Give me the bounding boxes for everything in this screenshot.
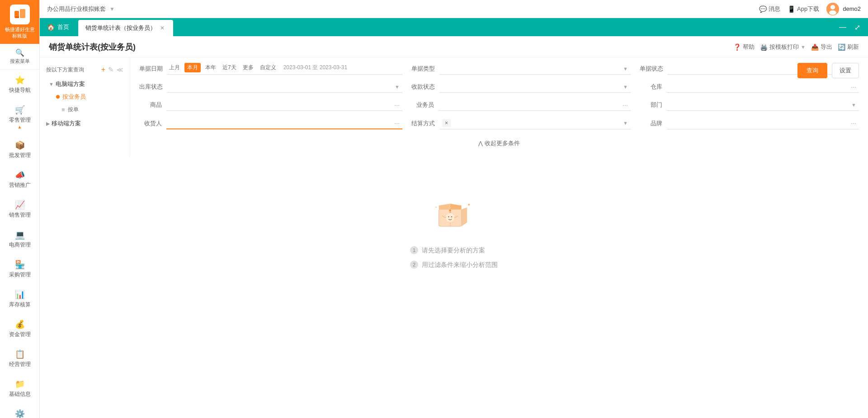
filter-field-salesperson: 业务员 ··· bbox=[411, 99, 631, 111]
filter-field-product: 商品 ··· bbox=[139, 99, 402, 111]
tag-close-icon[interactable]: × bbox=[445, 120, 448, 126]
filter-row-4: 收货人 ··· 结算方式 × bbox=[139, 117, 859, 129]
system-icon: ⚙️ bbox=[2, 409, 38, 418]
svg-text:✦: ✦ bbox=[434, 205, 438, 209]
date-shortcut-custom[interactable]: 自定义 bbox=[258, 63, 278, 72]
svg-rect-1 bbox=[20, 9, 25, 18]
app-download-label: App下载 bbox=[797, 5, 819, 13]
scheme-sub-item-order[interactable]: ≡ 按单 bbox=[40, 104, 130, 116]
scheme-item-salesperson[interactable]: 按业务员 bbox=[40, 90, 130, 104]
svg-rect-2 bbox=[15, 16, 19, 18]
sidebar-item-retail[interactable]: 🛒 零售管理 ▲ bbox=[0, 100, 39, 135]
sidebar-item-system[interactable]: ⚙️ 系统管理 bbox=[0, 404, 39, 418]
receiver-label: 收货人 bbox=[139, 119, 166, 128]
settlement-select[interactable]: × ▼ bbox=[439, 117, 631, 129]
app-download-icon: 📱 bbox=[788, 5, 795, 13]
sidebar-item-operation[interactable]: 📋 经营管理 bbox=[0, 344, 39, 374]
app-download-btn[interactable]: 📱 App下载 bbox=[788, 5, 819, 13]
pc-scheme-group-label: 电脑端方案 bbox=[56, 80, 85, 88]
date-shortcut-this-year[interactable]: 本年 bbox=[203, 63, 218, 72]
tab-maximize-icon[interactable]: ⤢ bbox=[852, 22, 863, 33]
tip-text-2: 用过滤条件来缩小分析范围 bbox=[422, 258, 498, 271]
sidebar-item-sales[interactable]: 📈 销售管理 bbox=[0, 195, 39, 224]
date-shortcut-7days[interactable]: 近7天 bbox=[221, 63, 238, 72]
help-btn[interactable]: ❓ 帮助 bbox=[733, 43, 755, 51]
product-select[interactable]: ··· bbox=[166, 99, 402, 111]
print-btn[interactable]: 🖨️ 按模板打印 ▼ bbox=[760, 43, 806, 51]
username-label: demo2 bbox=[843, 5, 861, 12]
salesperson-dots-icon[interactable]: ··· bbox=[623, 101, 628, 109]
brand-dots-icon[interactable]: ··· bbox=[851, 119, 856, 127]
sidebar-item-inventory[interactable]: 📊 库存核算 bbox=[0, 284, 39, 314]
sub-item-label: 按单 bbox=[68, 106, 79, 114]
sidebar-search[interactable]: 🔍 搜索菜单 bbox=[0, 44, 39, 70]
empty-state: ✦ ✦ 1 请先选择要分析的方案 2 用过滤条件来缩小分析范围 bbox=[40, 157, 868, 309]
mobile-scheme-group-title[interactable]: ▶ 移动端方案 bbox=[40, 118, 130, 129]
doc-status-label: 单据状态 bbox=[640, 65, 668, 73]
finance-label: 资金管理 bbox=[9, 331, 31, 337]
refresh-btn[interactable]: 🔄 刷新 bbox=[838, 43, 859, 51]
salesperson-select[interactable]: ··· bbox=[439, 99, 631, 111]
setting-btn[interactable]: 设置 bbox=[832, 63, 859, 78]
refresh-icon: 🔄 bbox=[838, 43, 845, 51]
delivery-select[interactable]: ▼ bbox=[167, 81, 402, 93]
inventory-label: 库存核算 bbox=[9, 301, 31, 308]
sidebar-item-purchase[interactable]: 🏪 采购管理 bbox=[0, 254, 39, 284]
tab-minimize-icon[interactable]: — bbox=[837, 22, 848, 33]
tip-item-1: 1 请先选择要分析的方案 bbox=[410, 244, 498, 256]
date-input-group[interactable]: 上月 本月 本年 近7天 更多 自定义 2023-03-01 至 2023-03… bbox=[167, 63, 402, 75]
sidebar-item-quick-nav[interactable]: ⭐ 快捷导航 bbox=[0, 70, 39, 100]
settlement-chevron-icon: ▼ bbox=[623, 120, 628, 126]
receiver-input[interactable]: ··· bbox=[166, 118, 402, 129]
sidebar-item-marketing[interactable]: 📣 营销推广 bbox=[0, 165, 39, 195]
svg-point-5 bbox=[829, 10, 836, 15]
sidebar-item-ecom[interactable]: 💻 电商管理 bbox=[0, 224, 39, 254]
tip-text-1: 请先选择要分析的方案 bbox=[422, 244, 485, 256]
date-shortcut-last-month[interactable]: 上月 bbox=[167, 63, 182, 72]
collection-select[interactable]: ▼ bbox=[439, 81, 631, 93]
tab-close-icon[interactable]: ✕ bbox=[159, 24, 166, 32]
add-scheme-icon[interactable]: + bbox=[101, 66, 105, 74]
sidebar-item-base[interactable]: 📁 基础信息 bbox=[0, 374, 39, 404]
brand-select[interactable]: ··· bbox=[667, 118, 859, 129]
query-btn[interactable]: 查询 bbox=[797, 63, 827, 78]
collapse-btn[interactable]: ⋀ 收起更多条件 bbox=[139, 136, 859, 151]
message-icon: 💬 bbox=[759, 5, 767, 13]
doc-type-select[interactable]: ▼ bbox=[439, 63, 631, 75]
user-profile[interactable]: demo2 bbox=[826, 3, 861, 15]
dropdown-label: 办公用品行业模拟账套 bbox=[47, 5, 106, 13]
collection-label: 收款状态 bbox=[411, 83, 439, 91]
date-range-text: 2023-03-01 至 2023-03-31 bbox=[283, 64, 347, 71]
pc-scheme-group-title[interactable]: ▼ 电脑端方案 bbox=[40, 78, 130, 90]
logo-text: 畅捷通好生意 标账版 bbox=[5, 26, 35, 39]
dept-select[interactable]: ▼ bbox=[667, 99, 859, 111]
filter-panel: 按以下方案查询 + ✎ ≪ ▼ 电脑端方案 bbox=[40, 57, 868, 157]
edit-scheme-icon[interactable]: ✎ bbox=[108, 66, 114, 74]
date-shortcut-more[interactable]: 更多 bbox=[241, 63, 255, 72]
export-btn[interactable]: 📤 导出 bbox=[811, 43, 832, 51]
settlement-tag: × bbox=[442, 119, 451, 127]
export-icon: 📤 bbox=[811, 43, 819, 51]
mobile-scheme-arrow-icon: ▶ bbox=[46, 121, 50, 127]
dropdown-arrow-icon[interactable]: ▼ bbox=[109, 6, 115, 12]
header-right: 💬 消息 📱 App下载 demo2 bbox=[759, 3, 861, 15]
avatar bbox=[826, 3, 839, 15]
date-shortcut-this-month[interactable]: 本月 bbox=[184, 63, 201, 72]
filter-row-1: 单据日期 上月 本月 本年 近7天 更多 自定义 2023-03-01 至 20… bbox=[139, 63, 859, 75]
warehouse-select[interactable]: ··· bbox=[667, 81, 859, 93]
app-logo[interactable]: 畅捷通好生意 标账版 bbox=[0, 0, 39, 44]
operation-icon: 📋 bbox=[2, 349, 38, 359]
sidebar-item-finance[interactable]: 💰 资金管理 bbox=[0, 314, 39, 344]
tab-home[interactable]: 🏠 首页 bbox=[40, 18, 76, 36]
filter-row-2: 出库状态 ▼ 收款状态 ▼ bbox=[139, 81, 859, 93]
tab-sales-stat[interactable]: 销货单统计表（按业务员） ✕ bbox=[78, 20, 173, 36]
doc-type-chevron-icon: ▼ bbox=[623, 66, 628, 71]
product-dots-icon[interactable]: ··· bbox=[394, 101, 400, 109]
scheme-active-dot bbox=[56, 95, 60, 99]
receiver-dots-icon[interactable]: ··· bbox=[394, 119, 400, 127]
message-btn[interactable]: 💬 消息 bbox=[759, 5, 780, 13]
mobile-scheme-group: ▶ 移动端方案 bbox=[40, 118, 130, 129]
warehouse-dots-icon[interactable]: ··· bbox=[851, 83, 856, 90]
collapse-sidebar-icon[interactable]: ≪ bbox=[117, 66, 123, 73]
sidebar-item-wholesale[interactable]: 📦 批发管理 bbox=[0, 135, 39, 165]
